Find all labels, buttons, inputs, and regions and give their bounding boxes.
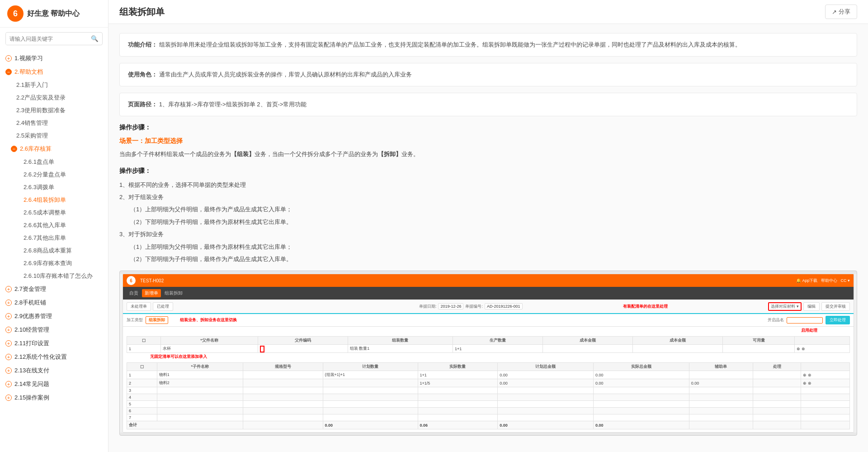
- topbar: 组装拆卸单 ↗ 分享: [108, 0, 868, 24]
- sidebar-item-system[interactable]: + 2.12系统个性化设置: [0, 350, 108, 364]
- mock-nav: 自贡 新增单 组装拆卸: [123, 287, 854, 300]
- collapse-icon: −: [5, 69, 12, 75]
- mock-date: 2019-12-26: [438, 303, 463, 309]
- mock-goods-input[interactable]: [787, 317, 823, 324]
- expand-icon-215: +: [5, 395, 12, 401]
- content-area: 功能介绍： 组装拆卸单用来处理企业组装或拆卸等加工业务，支持有固定装配清单的产品…: [108, 24, 868, 452]
- th-actual-total: 实际总金额: [593, 363, 689, 371]
- sidebar-item-finance[interactable]: + 2.7资金管理: [0, 282, 108, 296]
- sidebar-item-269[interactable]: 2.6.9库存账本查询: [0, 257, 108, 270]
- table-row: 4: [127, 394, 850, 401]
- sidebar-item-261[interactable]: 2.6.1盘点单: [0, 156, 108, 168]
- mock-btn-save[interactable]: 提交并审核: [821, 302, 850, 311]
- th-cost-amount1: 成本金额: [543, 337, 633, 345]
- scene-desc: 当由多个子件材料组装成一个成品的业务为【组装】业务，当由一个父件拆分成多个子产品…: [119, 149, 857, 159]
- scene-title: 场景一：加工类型选择: [119, 137, 857, 145]
- sidebar-item-264[interactable]: 2.6.4组装拆卸单: [0, 194, 108, 206]
- sidebar-item-cases[interactable]: + 2.15操作案例: [0, 391, 108, 404]
- mock-annotation1: 有装配清单的在这里处理: [524, 304, 767, 309]
- mock-process-btn[interactable]: 立即处理: [826, 316, 850, 324]
- logo-text: 好生意 帮助中心: [27, 9, 80, 19]
- expand-icon-27: +: [5, 286, 12, 292]
- table-row: 1 物料1 (组装+1)+1 1+1 0.00 0.00 ⊕ ⊗: [127, 371, 850, 379]
- collapse-icon-26: −: [11, 146, 17, 152]
- mock-toolbar: 未处理单 已处理 单据日期: 2019-12-26 单据编号: AD-20191…: [123, 300, 854, 314]
- th-handle: 处理: [753, 363, 801, 371]
- mock-app-id: TEST-H002: [140, 278, 164, 283]
- mock-btn-edit[interactable]: 编辑: [803, 302, 820, 311]
- th-plan-qty: 计划数量: [323, 363, 418, 371]
- step-3: 3、对于拆卸业务: [119, 229, 857, 239]
- search-button[interactable]: 🔍: [87, 33, 102, 45]
- sidebar-header: 6 好生意 帮助中心: [0, 0, 108, 28]
- disassembly-step-2: （2）下部明细为子件明细，最终作为产成品生成其它入库单。: [130, 254, 857, 264]
- th-action: [795, 337, 850, 345]
- sidebar-item-mobile[interactable]: + 2.8手机旺铺: [0, 296, 108, 309]
- sidebar-item-263[interactable]: 2.6.3调拨单: [0, 181, 108, 194]
- sidebar-item-purchase[interactable]: 2.5采购管理: [0, 129, 108, 142]
- assembly-step-2: （2）下部明细为子件明细，最终作为原材料生成其它出库单。: [130, 217, 857, 227]
- expand-icon-214: +: [5, 381, 12, 387]
- sidebar-item-inventory[interactable]: − 2.6库存核算: [0, 142, 108, 156]
- mock-type-value: 组装拆卸: [146, 316, 168, 324]
- main-panel: 组装拆卸单 ↗ 分享 功能介绍： 组装拆卸单用来处理企业组装或拆卸等加工业务，支…: [108, 0, 868, 452]
- sidebar-item-docs[interactable]: − 2.帮助文档: [0, 65, 108, 79]
- sidebar-item-newbie[interactable]: 2.1新手入门: [0, 79, 108, 91]
- share-button[interactable]: ↗ 分享: [825, 5, 857, 19]
- path-text: 1、库存核算->库存管理->组装拆卸单 2、首页->常用功能: [159, 101, 307, 108]
- expand-icon-211: +: [5, 340, 12, 347]
- role-label: 使用角色：: [128, 71, 157, 78]
- table-row: 6: [127, 408, 850, 414]
- screenshot-inner: 6 TEST-H002 🔔 App下载 帮助中心 CC ▾ 自贡 新增单 组装拆…: [120, 274, 857, 433]
- mock-annotation2: 组装业务、拆卸业务在这里切换: [180, 317, 237, 323]
- th-check: ☐: [127, 337, 161, 345]
- mock-upper-table: ☐ *父件名称 父件编码 组装数量 生产数量 成本金额 成本金额 可用量: [123, 333, 854, 354]
- table-row: 1 水杯 组装 数量1 1+1 ⊕ ⊗: [127, 345, 850, 353]
- path-block: 页面路径： 1、库存核算->库存管理->组装拆卸单 2、首页->常用功能: [119, 93, 857, 116]
- mock-btn-processed[interactable]: 已处理: [153, 302, 173, 311]
- sidebar-item-faq[interactable]: + 2.14常见问题: [0, 377, 108, 391]
- disassembly-substeps: （1）上部明细为父件明细，最终作为原材料生成其它出库单； （2）下部明细为子件明…: [130, 242, 857, 265]
- step-1: 1、根据不同的业务，选择不同单据的类型来处理: [119, 180, 857, 190]
- sidebar-item-videos[interactable]: + 1.视频学习: [0, 52, 108, 65]
- feature-intro-label: 功能介绍：: [128, 41, 157, 48]
- sidebar-item-print[interactable]: + 2.11打印设置: [0, 337, 108, 350]
- sidebar-item-265[interactable]: 2.6.5成本调整单: [0, 206, 108, 219]
- highlighted-cell: [260, 346, 264, 352]
- sidebar-item-262[interactable]: 2.6.2分量盘点单: [0, 168, 108, 181]
- mock-annotation3: 启用处理: [123, 327, 854, 333]
- mock-child-table: ☐ *子件名称 规格型号 计划数量 实际数量 计划总金额 实际总金额 辅助单 处…: [127, 362, 850, 429]
- mock-logo: 6: [127, 276, 136, 285]
- sidebar-item-266[interactable]: 2.6.6其他入库单: [0, 219, 108, 232]
- table-row: 7: [127, 414, 850, 421]
- sidebar-item-coupon[interactable]: + 2.9优惠券管理: [0, 309, 108, 323]
- mock-select-label: 开启品名: [768, 317, 784, 323]
- table-footer: 合计 0.00 0.06 0.00 0.00: [127, 421, 850, 429]
- search-box[interactable]: 🔍: [5, 32, 103, 45]
- search-input[interactable]: [6, 33, 87, 45]
- sidebar-item-267[interactable]: 2.6.7其他出库单: [0, 232, 108, 244]
- sidebar-item-payment[interactable]: + 2.13在线支付: [0, 364, 108, 377]
- th-child-name: *子件名称: [157, 363, 243, 371]
- sidebar-item-ops[interactable]: + 2.10经营管理: [0, 323, 108, 337]
- sidebar-item-sales[interactable]: 2.4销售管理: [0, 117, 108, 129]
- sidebar-item-data-prep[interactable]: 2.3使用前数据准备: [0, 104, 108, 117]
- sidebar-item-install[interactable]: 2.2产品安装及登录: [0, 91, 108, 104]
- th-produce-qty: 生产数量: [453, 337, 543, 345]
- expand-icon-29: +: [5, 313, 12, 319]
- mock-annotation4: 无固定清单可以在这里添加录入: [123, 354, 854, 362]
- sidebar: 6 好生意 帮助中心 🔍 + 1.视频学习 − 2.帮助文档 2.1新手入门 2…: [0, 0, 108, 452]
- role-text: 通常由生产人员或库管人员完成拆装业务的操作，库管人员确认原材料的出库和产成品的入…: [159, 71, 412, 78]
- mock-nav-new: 新增单: [142, 289, 161, 297]
- mock-parent-table: ☐ *父件名称 父件编码 组装数量 生产数量 成本金额 成本金额 可用量: [127, 336, 850, 353]
- assembly-substeps: （1）上部明细为父件明细，最终作为产成品生成其它入库单； （2）下部明细为子件明…: [130, 204, 857, 227]
- mock-topbar: 6 TEST-H002 🔔 App下载 帮助中心 CC ▾: [123, 274, 854, 287]
- expand-icon-210: +: [5, 327, 12, 333]
- table-row: 3: [127, 387, 850, 394]
- mock-btn-new[interactable]: 未处理单: [127, 302, 151, 311]
- sidebar-item-2610[interactable]: 2.6.10库存账本错了怎么办: [0, 270, 108, 282]
- disassembly-step-1: （1）上部明细为父件明细，最终作为原材料生成其它出库单；: [130, 242, 857, 252]
- sidebar-item-268[interactable]: 2.6.8商品成本重算: [0, 244, 108, 257]
- th-parent-code: 父件编码: [258, 337, 348, 345]
- mock-select-type[interactable]: 选择对应材料 ▾: [768, 302, 802, 311]
